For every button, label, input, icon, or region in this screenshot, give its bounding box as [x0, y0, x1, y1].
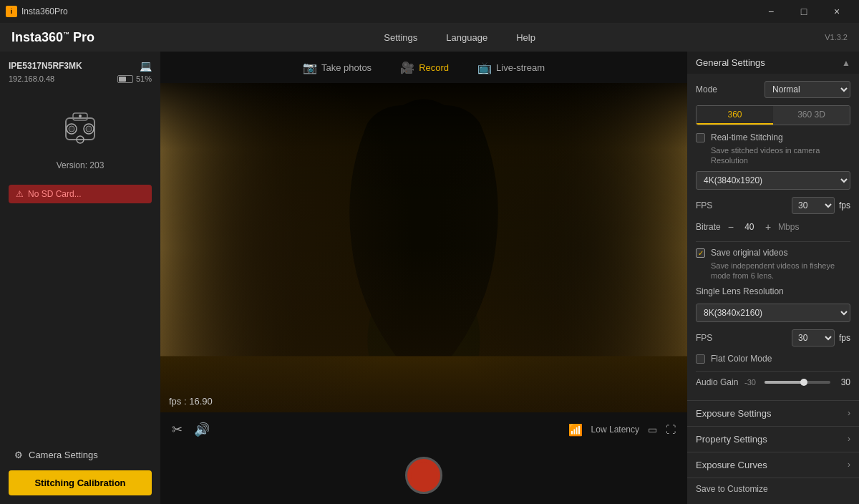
general-settings-label: General Settings — [696, 57, 765, 68]
menu-language[interactable]: Language — [440, 29, 493, 46]
tab-360[interactable]: 360 — [697, 106, 773, 125]
realtime-stitching-label: Real-time Stitching — [711, 132, 850, 144]
property-settings-label: Property Settings — [696, 434, 767, 445]
signal-icon: 📶 — [568, 423, 583, 437]
fps2-unit: fps — [839, 333, 850, 343]
menu-help[interactable]: Help — [510, 29, 541, 46]
audio-gain-label: Audio Gain — [696, 377, 739, 387]
save-original-row: ✓ Save original videos Save independent … — [696, 248, 850, 281]
chevron-right-icon-property: › — [848, 434, 850, 444]
divider-1 — [696, 241, 850, 242]
audio-gain-thumb — [800, 379, 807, 386]
crop-icon[interactable]: ✂ — [172, 422, 183, 437]
svg-rect-14 — [160, 356, 687, 412]
window-icon[interactable]: ▭ — [648, 424, 657, 435]
minimize-button[interactable]: − — [754, 0, 787, 23]
exposure-settings-label: Exposure Settings — [696, 408, 772, 419]
camera-illustration: Version: 203 — [9, 100, 152, 170]
battery-pct: 51% — [136, 74, 152, 83]
right-panel: General Settings ▲ Mode Normal HDR Timel… — [687, 52, 859, 504]
svg-point-5 — [86, 126, 92, 132]
livestream-icon: 📺 — [477, 61, 492, 74]
save-stitched-sublabel: Save stitched videos in camera Resolutio… — [711, 145, 850, 166]
checkmark-icon: ✓ — [698, 249, 704, 257]
audio-gain-slider[interactable] — [765, 381, 830, 384]
menubar: Insta360™ Pro Settings Language Help V1.… — [0, 23, 859, 52]
save-customize-label[interactable]: Save to Customize — [696, 484, 768, 494]
left-controls: ✂ 🔊 — [172, 422, 210, 437]
titlebar-app-name: Insta360Pro — [21, 6, 68, 16]
center-panel: 📷 Take photos 🎥 Record 📺 Live-stream — [160, 52, 687, 504]
fps-select[interactable]: 30 24 60 — [792, 197, 835, 214]
version-text: Version: 203 — [57, 160, 105, 170]
record-strip — [160, 447, 687, 504]
audio-gain-row: Audio Gain -30 30 — [696, 377, 850, 387]
sidebar: IPE5317N5RF3MK 💻 192.168.0.48 51% — [0, 52, 160, 504]
latency-label: Low Latency — [591, 425, 639, 435]
stitching-calibration-button[interactable]: Stitching Calibration — [9, 470, 152, 495]
livestream-button[interactable]: 📺 Live-stream — [477, 61, 545, 74]
menu-items: Settings Language Help — [378, 29, 541, 46]
tab-360-3d[interactable]: 360 3D — [773, 106, 850, 125]
record-button[interactable]: 🎥 Record — [400, 61, 449, 74]
device-ip: 192.168.0.48 — [9, 74, 54, 83]
livestream-label: Live-stream — [496, 62, 545, 73]
gear-icon: ⚙ — [14, 450, 23, 460]
bitrate-value: 40 — [741, 222, 758, 232]
device-icon: 💻 — [140, 60, 152, 72]
single-lens-row: 8K(3840x2160) 4K(3840x2160) — [696, 304, 850, 322]
bitrate-plus-button[interactable]: + — [762, 221, 774, 233]
titlebar: i Insta360Pro − □ × — [0, 0, 859, 23]
exposure-curves-label: Exposure Curves — [696, 460, 767, 470]
audio-icon[interactable]: 🔊 — [194, 422, 210, 437]
realtime-stitching-checkbox[interactable] — [696, 133, 705, 142]
exposure-settings-header[interactable]: Exposure Settings › — [687, 400, 859, 426]
battery-info: 51% — [117, 74, 152, 83]
svg-point-3 — [69, 126, 74, 132]
single-lens-select[interactable]: 8K(3840x2160) 4K(3840x2160) — [696, 304, 850, 322]
warning-icon: ⚠ — [16, 189, 24, 199]
view-mode-tabs: 360 360 3D — [696, 105, 850, 125]
maximize-button[interactable]: □ — [787, 0, 820, 23]
device-info: IPE5317N5RF3MK 💻 — [9, 60, 152, 72]
flat-color-checkbox[interactable] — [696, 354, 705, 364]
divider-2 — [696, 371, 850, 372]
titlebar-left: i Insta360Pro — [6, 6, 68, 17]
record-start-button[interactable] — [405, 457, 442, 494]
version-label: V1.3.2 — [825, 33, 848, 42]
close-button[interactable]: × — [820, 0, 853, 23]
fps-label: FPS — [696, 200, 712, 210]
save-original-sub: Save independent videos in fisheye mode … — [711, 261, 850, 281]
mode-select[interactable]: Normal HDR Timelapse — [765, 81, 850, 98]
fullscreen-icon[interactable]: ⛶ — [666, 424, 676, 435]
flat-color-label: Flat Color Mode — [711, 354, 772, 365]
sd-card-text: No SD Card... — [28, 189, 82, 199]
bitrate-row: Bitrate − 40 + Mbps — [696, 221, 850, 233]
bottom-controls: ✂ 🔊 📶 Low Latency ▭ ⛶ — [160, 412, 687, 447]
save-customize-row: Save to Customize — [687, 478, 859, 500]
save-original-checkbox[interactable]: ✓ — [696, 248, 705, 258]
battery-fill — [119, 77, 126, 82]
fps2-select[interactable]: 30 24 60 — [792, 329, 835, 346]
camera-settings-button[interactable]: ⚙ Camera Settings — [9, 445, 152, 465]
battery-bar — [117, 75, 133, 83]
menu-settings[interactable]: Settings — [378, 29, 423, 46]
single-lens-label: Single Lens Resolution — [696, 286, 784, 296]
single-lens-label-row: Single Lens Resolution — [696, 286, 850, 296]
take-photos-button[interactable]: 📷 Take photos — [303, 61, 372, 74]
camera-icon: 📷 — [303, 61, 317, 74]
sd-card-warning: ⚠ No SD Card... — [9, 185, 152, 203]
chevron-right-icon-exposure: › — [848, 408, 850, 418]
audio-gain-min: -30 — [744, 378, 756, 387]
sidebar-bottom: ⚙ Camera Settings Stitching Calibration — [9, 445, 152, 495]
resolution-select[interactable]: 4K(3840x1920) 6K(6080x3040) — [696, 171, 850, 190]
bitrate-unit: Mbps — [778, 222, 799, 232]
general-settings-header[interactable]: General Settings ▲ — [687, 52, 859, 74]
audio-gain-max: 30 — [836, 377, 850, 387]
bitrate-minus-button[interactable]: − — [725, 221, 737, 233]
property-settings-header[interactable]: Property Settings › — [687, 426, 859, 452]
take-photos-label: Take photos — [321, 62, 372, 73]
exposure-curves-header[interactable]: Exposure Curves › — [687, 452, 859, 478]
record-label: Record — [419, 62, 449, 73]
svg-point-7 — [79, 115, 82, 117]
